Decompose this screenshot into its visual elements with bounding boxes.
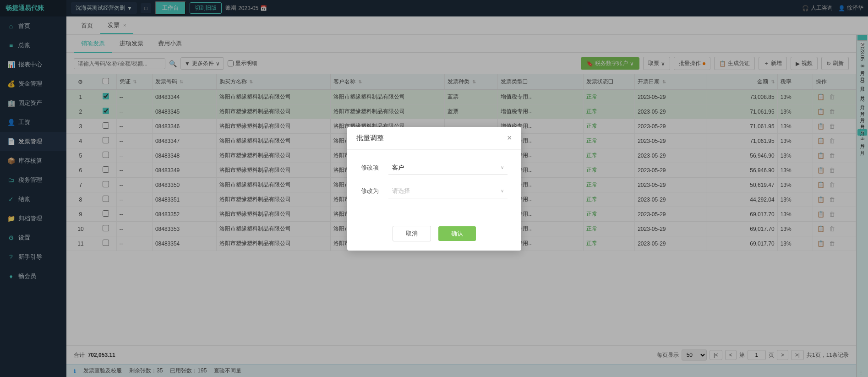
modal-footer: 取消 确认 bbox=[347, 219, 521, 251]
modal-modify-label: 修改项 bbox=[361, 164, 388, 172]
modal-field-modify: 修改项 客户 ∨ bbox=[361, 161, 508, 175]
modal-modify-to-placeholder: 请选择 bbox=[392, 187, 410, 195]
batch-adjust-modal: 批量调整 × 修改项 客户 ∨ 修改为 请选择 ∨ 取消 确认 bbox=[347, 127, 521, 251]
modal-overlay: 批量调整 × 修改项 客户 ∨ 修改为 请选择 ∨ 取消 确认 bbox=[0, 0, 868, 377]
modal-cancel-btn[interactable]: 取消 bbox=[393, 226, 431, 241]
modal-close-btn[interactable]: × bbox=[507, 133, 512, 143]
modal-modify-select[interactable]: 客户 ∨ bbox=[388, 161, 508, 175]
modal-modify-chevron-icon: ∨ bbox=[501, 165, 504, 170]
modal-field-modify-to: 修改为 请选择 ∨ bbox=[361, 184, 508, 198]
modal-modify-value: 客户 bbox=[392, 164, 404, 172]
modal-header: 批量调整 × bbox=[347, 127, 521, 150]
modal-body: 修改项 客户 ∨ 修改为 请选择 ∨ bbox=[347, 150, 521, 219]
modal-confirm-btn[interactable]: 确认 bbox=[438, 226, 476, 241]
modal-title: 批量调整 bbox=[356, 134, 384, 142]
modal-modify-to-chevron-icon: ∨ bbox=[501, 188, 504, 193]
modal-modify-to-label: 修改为 bbox=[361, 187, 388, 195]
modal-modify-to-select[interactable]: 请选择 ∨ bbox=[388, 184, 508, 198]
